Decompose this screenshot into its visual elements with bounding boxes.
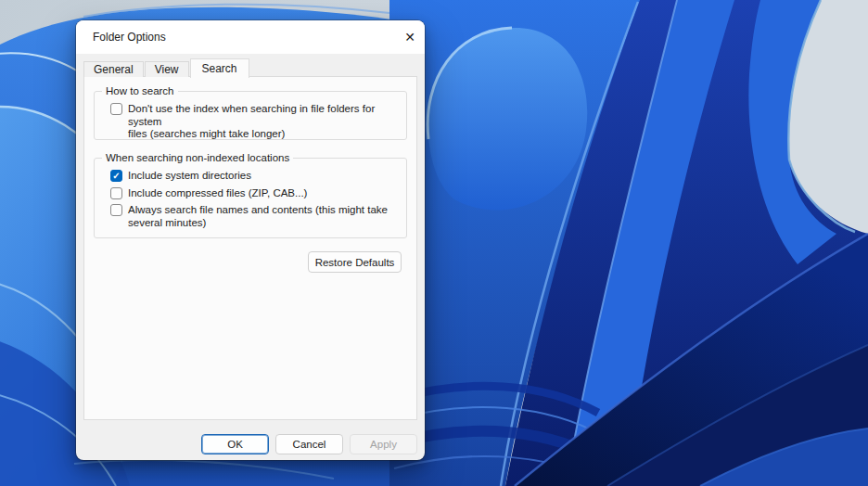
checkbox-row-always-search-contents: ✓ Always search file names and contents … bbox=[110, 204, 401, 229]
checkbox-dont-use-index[interactable]: ✓ bbox=[110, 103, 122, 115]
cancel-button[interactable]: Cancel bbox=[275, 434, 343, 454]
ok-button[interactable]: OK bbox=[201, 434, 269, 454]
dialog-footer: OK Cancel Apply bbox=[76, 420, 425, 460]
group-non-indexed-locations: When searching non-indexed locations ✓ I… bbox=[94, 158, 407, 238]
checkbox-row-include-compressed-files: ✓ Include compressed files (ZIP, CAB...) bbox=[110, 187, 401, 200]
checkbox-label[interactable]: Don't use the index when searching in fi… bbox=[128, 103, 401, 141]
restore-defaults-button[interactable]: Restore Defaults bbox=[308, 251, 402, 273]
tab-label: Search bbox=[202, 62, 237, 75]
checkbox-include-compressed-files[interactable]: ✓ bbox=[110, 187, 122, 199]
apply-button[interactable]: Apply bbox=[350, 434, 417, 454]
checkbox-label[interactable]: Include compressed files (ZIP, CAB...) bbox=[128, 187, 307, 200]
tab-label: General bbox=[94, 63, 134, 76]
group-legend: When searching non-indexed locations bbox=[102, 152, 293, 164]
folder-options-dialog: Folder Options ✕ General View Search How… bbox=[76, 20, 425, 460]
search-tab-page: How to search ✓ Don't use the index when… bbox=[83, 76, 417, 420]
close-icon: ✕ bbox=[404, 30, 415, 45]
checkbox-row-dont-use-index: ✓ Don't use the index when searching in … bbox=[110, 103, 401, 141]
title-bar: Folder Options bbox=[76, 20, 425, 54]
tab-view[interactable]: View bbox=[145, 61, 189, 77]
close-button[interactable]: ✕ bbox=[399, 26, 421, 48]
checkbox-label[interactable]: Include system directories bbox=[128, 170, 251, 183]
checkbox-always-search-contents[interactable]: ✓ bbox=[110, 204, 122, 216]
tab-bar: General View Search bbox=[83, 58, 250, 77]
tab-label: View bbox=[155, 63, 179, 76]
checkbox-row-include-system-directories: ✓ Include system directories bbox=[110, 170, 401, 183]
group-how-to-search: How to search ✓ Don't use the index when… bbox=[94, 91, 407, 140]
tab-general[interactable]: General bbox=[83, 61, 144, 77]
checkbox-label[interactable]: Always search file names and contents (t… bbox=[128, 204, 388, 229]
group-legend: How to search bbox=[102, 85, 178, 97]
dialog-title: Folder Options bbox=[93, 31, 166, 44]
tab-search[interactable]: Search bbox=[190, 58, 249, 78]
checkbox-include-system-directories[interactable]: ✓ bbox=[110, 170, 122, 182]
check-icon: ✓ bbox=[112, 172, 120, 181]
desktop: { "window": { "title": "Folder Options" … bbox=[0, 0, 868, 486]
